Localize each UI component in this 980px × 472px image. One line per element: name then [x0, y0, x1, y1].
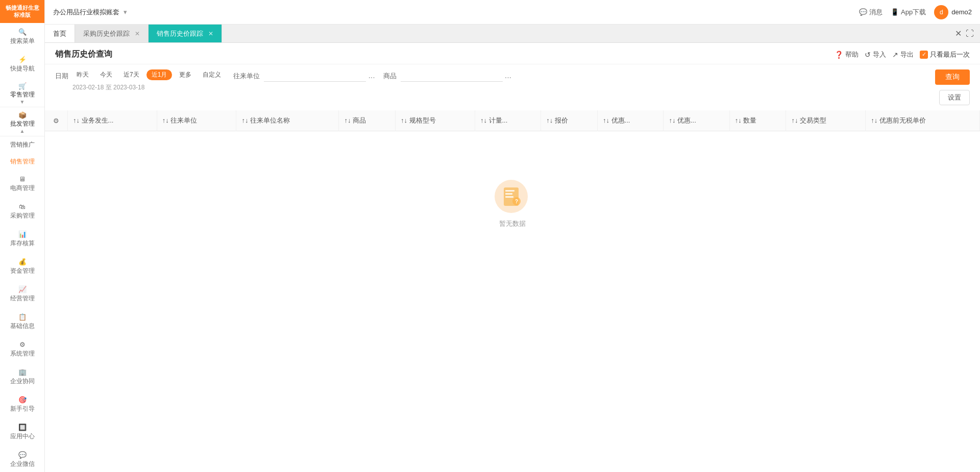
wholesale-icon: 📦 — [18, 111, 27, 119]
sidebar-sales-label: 销售管理 — [10, 158, 35, 165]
topbar-app-button[interactable]: 📱 App下载 — [891, 8, 926, 17]
sidebar-item-sales[interactable]: 销售管理 — [0, 153, 44, 170]
sidebar-item-search[interactable]: 🔍 搜索菜单 — [0, 23, 44, 51]
export-action[interactable]: ↗ 导出 — [892, 50, 914, 59]
table-col-product[interactable]: ↑↓ 商品 — [339, 110, 396, 131]
col-unit-label: ↑↓ 计量... — [480, 116, 507, 124]
only-last-checkbox-group[interactable]: 只看最后一次 — [920, 50, 970, 59]
table-header-row: ⚙ ↑↓ 业务发生... ↑↓ 往来单位 ↑↓ 往来单位名称 ↑↓ 商品 — [45, 110, 980, 131]
system-icon: ⚙ — [19, 341, 26, 348]
date-options: 昨天 今天 近7天 近1月 更多 自定义 2023-02-18 至 2023-0… — [72, 69, 225, 92]
date-btn-more[interactable]: 更多 — [175, 69, 195, 80]
date-btn-today[interactable]: 今天 — [96, 69, 116, 80]
sidebar-item-retail[interactable]: 🛒 零售管理 ▼ — [0, 78, 44, 107]
page-header: 销售历史价查询 ❓ 帮助 ↺ 导入 ↗ 导出 只看最后一次 — [45, 43, 980, 64]
import-action[interactable]: ↺ 导入 — [865, 50, 886, 59]
table-col-quote[interactable]: ↑↓ 报价 — [541, 110, 598, 131]
sidebar-item-appstore[interactable]: 🔲 应用中心 — [0, 418, 44, 446]
col-partner-code-label: ↑↓ 往来单位 — [162, 116, 198, 124]
table-col-spec[interactable]: ↑↓ 规格型号 — [396, 110, 475, 131]
date-btn-7days[interactable]: 近7天 — [119, 69, 143, 80]
col-discount1-label: ↑↓ 优惠... — [603, 116, 630, 124]
page-header-actions: ❓ 帮助 ↺ 导入 ↗ 导出 只看最后一次 — [835, 50, 970, 59]
sidebar-item-inventory[interactable]: 📊 库存核算 — [0, 225, 44, 253]
tabbar: 首页 采购历史价跟踪 ✕ 销售历史价跟踪 ✕ ✕ ⛶ — [45, 25, 980, 43]
gear-icon[interactable]: ⚙ — [50, 114, 62, 127]
operations-icon: 📈 — [18, 286, 27, 293]
tab-expand-button[interactable]: ⛶ — [966, 29, 974, 38]
retail-icon: 🛒 — [18, 82, 27, 90]
newguide-icon: 🎯 — [18, 396, 27, 404]
tab-home[interactable]: 首页 — [45, 25, 75, 42]
topbar-user[interactable]: d demo2 — [934, 5, 972, 19]
partner-input-group: ... — [264, 69, 375, 82]
table-col-discount2[interactable]: ↑↓ 优惠... — [664, 110, 729, 131]
main-area: 办公用品行业模拟账套 ▾ 💬 消息 📱 App下载 d demo2 首页 采购历… — [45, 0, 980, 472]
sidebar-item-newguide[interactable]: 🎯 新手引导 — [0, 391, 44, 418]
appstore-icon: 🔲 — [18, 423, 27, 431]
date-row1: 昨天 今天 近7天 近1月 更多 自定义 — [72, 69, 225, 80]
tab-purchase-history[interactable]: 采购历史价跟踪 ✕ — [75, 25, 149, 42]
date-btn-yesterday[interactable]: 昨天 — [72, 69, 93, 80]
sidebar-enterprise-label: 企业协同 — [10, 377, 35, 386]
table-col-trade-type[interactable]: ↑↓ 交易类型 — [786, 110, 866, 131]
setting-button[interactable]: 设置 — [939, 90, 970, 105]
content-area: 销售历史价查询 ❓ 帮助 ↺ 导入 ↗ 导出 只看最后一次 — [45, 43, 980, 472]
wholesale-arrow-icon: ▲ — [20, 128, 25, 134]
svg-text:?: ? — [515, 199, 518, 204]
table-col-biz-date[interactable]: ↑↓ 业务发生... — [68, 110, 157, 131]
product-dots-button[interactable]: ... — [505, 71, 511, 80]
enterprise-icon: 🏢 — [18, 368, 27, 376]
tab-sales-history[interactable]: 销售历史价跟踪 ✕ — [149, 25, 222, 42]
only-last-checkbox[interactable] — [920, 51, 928, 59]
col-pretax-price-label: ↑↓ 优惠前无税单价 — [871, 116, 926, 124]
only-last-label: 只看最后一次 — [930, 50, 970, 59]
col-discount2-label: ↑↓ 优惠... — [669, 116, 696, 124]
partner-filter-group: 往来单位 ... — [233, 69, 375, 82]
sidebar-item-system[interactable]: ⚙ 系统管理 — [0, 336, 44, 363]
sidebar-item-enterprise[interactable]: 🏢 企业协同 — [0, 363, 44, 391]
sidebar-item-ecommerce[interactable]: 🖥 电商管理 — [0, 170, 44, 198]
page-title: 销售历史价查询 — [55, 49, 112, 60]
partner-input[interactable] — [264, 69, 366, 82]
logo-text: 畅捷通好生意标准版 — [6, 4, 39, 19]
topbar-dropdown-icon[interactable]: ▾ — [124, 8, 127, 16]
product-input[interactable] — [401, 69, 503, 82]
table-col-partner-name[interactable]: ↑↓ 往来单位名称 — [236, 110, 339, 131]
export-label: 导出 — [900, 50, 914, 59]
tab-close-all-button[interactable]: ✕ — [955, 29, 962, 38]
table-col-partner-code[interactable]: ↑↓ 往来单位 — [157, 110, 236, 131]
tab-purchase-close-icon[interactable]: ✕ — [135, 30, 140, 37]
sidebar-item-wechat[interactable]: 💬 企业微信 — [0, 446, 44, 472]
sidebar-item-quicknav[interactable]: ⚡ 快捷导航 — [0, 51, 44, 78]
help-label: 帮助 — [845, 50, 859, 59]
topbar-right: 💬 消息 📱 App下载 d demo2 — [859, 5, 972, 19]
tab-sales-close-icon[interactable]: ✕ — [208, 30, 213, 37]
topbar-msg-label: 消息 — [869, 8, 883, 17]
sidebar-item-marketing[interactable]: 营销推广 — [0, 136, 44, 153]
import-icon: ↺ — [865, 51, 871, 59]
date-btn-1month[interactable]: 近1月 — [146, 69, 173, 80]
table-col-discount1[interactable]: ↑↓ 优惠... — [597, 110, 663, 131]
topbar-msg-button[interactable]: 💬 消息 — [859, 8, 883, 17]
help-action[interactable]: ❓ 帮助 — [835, 50, 859, 59]
sidebar-item-purchase[interactable]: 🛍 采购管理 — [0, 198, 44, 225]
topbar-app-label: App下载 — [901, 8, 926, 17]
table-col-quantity[interactable]: ↑↓ 数量 — [729, 110, 786, 131]
sidebar-item-basic[interactable]: 📋 基础信息 — [0, 308, 44, 336]
table-col-unit[interactable]: ↑↓ 计量... — [475, 110, 541, 131]
sidebar-item-wholesale[interactable]: 📦 批发管理 ▲ — [0, 107, 44, 136]
empty-text: 暂无数据 — [499, 219, 526, 228]
date-btn-custom[interactable]: 自定义 — [199, 69, 225, 80]
table-wrapper: ⚙ ↑↓ 业务发生... ↑↓ 往来单位 ↑↓ 往来单位名称 ↑↓ 商品 — [45, 110, 980, 472]
table-col-pretax-price[interactable]: ↑↓ 优惠前无税单价 — [866, 110, 980, 131]
sidebar-item-operations[interactable]: 📈 经营管理 — [0, 280, 44, 308]
partner-dots-button[interactable]: ... — [368, 71, 375, 80]
svg-rect-2 — [505, 193, 512, 195]
sidebar-item-finance[interactable]: 💰 资金管理 — [0, 253, 44, 280]
topbar-left: 办公用品行业模拟账套 ▾ — [53, 8, 127, 17]
sidebar-retail-label: 零售管理 — [10, 90, 35, 99]
sidebar-logo: 畅捷通好生意标准版 — [0, 0, 44, 23]
query-button[interactable]: 查询 — [935, 69, 970, 85]
col-quote-label: ↑↓ 报价 — [546, 116, 568, 124]
